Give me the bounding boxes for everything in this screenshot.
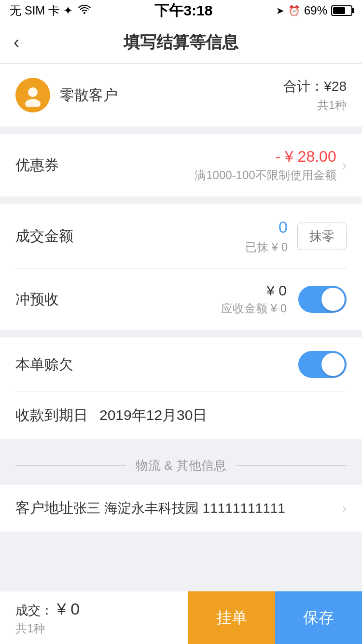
bottom-label: 成交： <box>15 602 53 619</box>
precharge-row: 冲预收 ¥ 0 应收金额 ¥ 0 <box>15 268 347 330</box>
logistics-line-right <box>236 465 347 466</box>
precharge-amount: ¥ 0 <box>221 282 287 299</box>
address-value: 张三 海淀永丰科技园 11111111111 <box>73 499 342 518</box>
debt-label: 本单赊欠 <box>15 355 73 375</box>
bottom-amount: ¥ 0 <box>57 600 80 618</box>
avatar <box>15 78 50 112</box>
address-chevron-icon: › <box>342 501 347 516</box>
coupon-row[interactable]: 优惠券 - ¥ 28.00 满1000-100不限制使用金额 › <box>0 134 362 196</box>
customer-name: 零散客户 <box>60 85 118 105</box>
customer-right: 合计：¥28 共1种 <box>283 77 347 113</box>
customer-left: 零散客户 <box>15 78 118 112</box>
back-button[interactable]: ‹ <box>14 32 19 53</box>
precharge-value-block: ¥ 0 应收金额 ¥ 0 <box>221 282 287 316</box>
debt-toggle-knob <box>321 353 345 376</box>
precharge-sub: 应收金额 ¥ 0 <box>221 301 287 316</box>
battery-icon <box>331 5 352 16</box>
duedate-value[interactable]: 2019年12月30日 <box>99 406 207 425</box>
total-count: 共1种 <box>283 98 347 113</box>
transaction-sub: 已抹 ¥ 0 <box>245 239 288 255</box>
transaction-row: 成交金额 0 已抹 ¥ 0 抹零 <box>15 204 347 268</box>
customer-card: 零散客户 合计：¥28 共1种 <box>0 64 362 126</box>
status-bar: 无 SIM 卡 ✦ 下午3:18 ➤ ⏰ 69% <box>0 0 362 21</box>
logistics-label: 物流 & 其他信息 <box>136 457 226 474</box>
precharge-toggle[interactable] <box>298 286 347 313</box>
coupon-right: - ¥ 28.00 满1000-100不限制使用金额 › <box>195 148 347 183</box>
coupon-desc: 满1000-100不限制使用金额 <box>195 168 336 183</box>
transaction-value-block: 0 已抹 ¥ 0 <box>245 218 288 255</box>
pending-button[interactable]: 挂单 <box>188 591 275 644</box>
logistics-line-left <box>15 465 126 466</box>
content: 零散客户 合计：¥28 共1种 优惠券 - ¥ 28.00 满1000-100不… <box>0 64 362 597</box>
bottom-summary: 成交： ¥ 0 共1种 <box>0 600 188 636</box>
address-row[interactable]: 客户地址 张三 海淀永丰科技园 11111111111 › <box>0 485 362 532</box>
bottom-summary-line: 成交： ¥ 0 <box>15 600 173 619</box>
coupon-amount: - ¥ 28.00 <box>195 148 336 166</box>
chevron-right-icon: › <box>342 158 347 173</box>
alarm-icon: ⏰ <box>288 5 300 16</box>
transaction-section: 成交金额 0 已抹 ¥ 0 抹零 冲预收 ¥ 0 <box>0 204 362 330</box>
debt-row: 本单赊欠 <box>0 337 362 392</box>
coupon-label: 优惠券 <box>15 155 59 175</box>
wifi-icon <box>78 4 91 17</box>
transaction-card: 成交金额 0 已抹 ¥ 0 抹零 冲预收 ¥ 0 <box>0 204 362 330</box>
coupon-card: 优惠券 - ¥ 28.00 满1000-100不限制使用金额 › <box>0 134 362 196</box>
location-icon: ➤ <box>276 5 284 16</box>
round-zero-button[interactable]: 抹零 <box>297 223 347 250</box>
bottom-count: 共1种 <box>15 621 173 636</box>
address-card: 客户地址 张三 海淀永丰科技园 11111111111 › <box>0 485 362 532</box>
page-title: 填写结算等信息 <box>124 31 238 54</box>
transaction-amount[interactable]: 0 <box>278 218 288 236</box>
duedate-row: 收款到期日 2019年12月30日 <box>0 392 362 439</box>
status-right: ➤ ⏰ 69% <box>276 4 352 17</box>
precharge-label: 冲预收 <box>15 290 59 309</box>
customer-row: 零散客户 合计：¥28 共1种 <box>0 64 362 126</box>
duedate-label: 收款到期日 <box>15 406 88 425</box>
status-time: 下午3:18 <box>154 1 212 21</box>
coupon-value-block: - ¥ 28.00 满1000-100不限制使用金额 <box>195 148 336 183</box>
transaction-right: 0 已抹 ¥ 0 抹零 <box>245 218 347 255</box>
bottom-bar: 成交： ¥ 0 共1种 挂单 保存 <box>0 591 362 644</box>
save-button[interactable]: 保存 <box>275 591 362 644</box>
logistics-section: 物流 & 其他信息 <box>0 447 362 485</box>
battery-label: 69% <box>304 4 327 17</box>
address-label: 客户地址 <box>15 498 73 518</box>
svg-point-1 <box>25 99 41 107</box>
nav-bar: ‹ 填写结算等信息 <box>0 21 362 64</box>
debt-toggle[interactable] <box>298 351 347 378</box>
total-label: 合计：¥28 <box>283 77 347 96</box>
sim-label: 无 SIM 卡 ✦ <box>10 3 73 18</box>
transaction-label: 成交金额 <box>15 226 73 246</box>
precharge-right: ¥ 0 应收金额 ¥ 0 <box>221 282 347 316</box>
debt-card: 本单赊欠 收款到期日 2019年12月30日 <box>0 337 362 439</box>
status-left: 无 SIM 卡 ✦ <box>10 3 91 18</box>
toggle-knob <box>321 288 345 311</box>
svg-point-0 <box>28 87 38 97</box>
